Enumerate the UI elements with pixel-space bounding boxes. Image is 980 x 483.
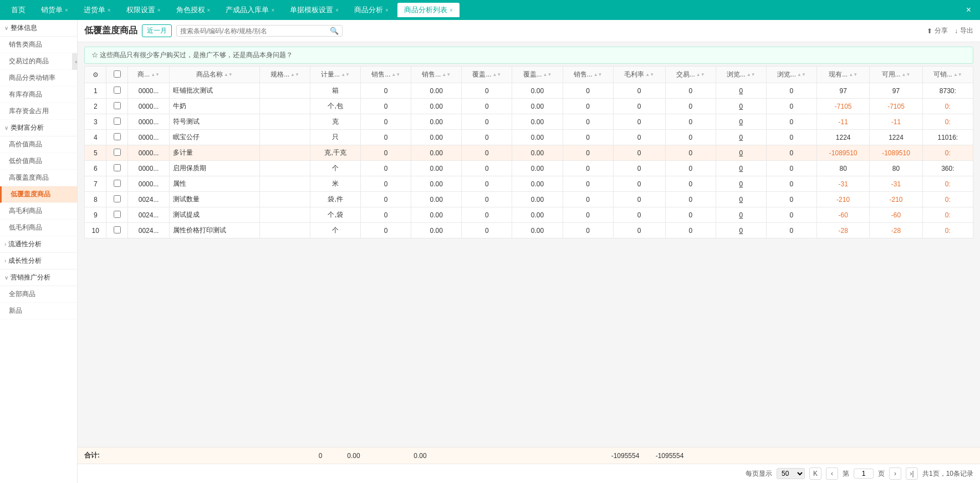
- browse1-column-header[interactable]: 浏览...▲▼: [716, 67, 766, 83]
- row-select-checkbox[interactable]: [114, 211, 121, 218]
- cover1-column-header[interactable]: 覆盖...▲▼: [462, 67, 512, 83]
- sidebar-item-low-coverage[interactable]: 低覆盖度商品: [0, 186, 77, 203]
- nav-tab-finished-goods[interactable]: 产成品入库单 ×: [219, 3, 281, 17]
- nav-tab-home[interactable]: 首页: [4, 3, 32, 17]
- row-name[interactable]: 测试提成: [169, 207, 259, 223]
- sidebar-item-traded-goods[interactable]: 交易过的商品: [0, 53, 77, 70]
- row-select-checkbox[interactable]: [114, 118, 121, 125]
- row-checkbox[interactable]: [106, 130, 128, 145]
- row-checkbox[interactable]: [106, 207, 128, 223]
- close-icon[interactable]: ×: [207, 7, 211, 13]
- row-select-checkbox[interactable]: [114, 102, 121, 109]
- row-checkbox[interactable]: [106, 223, 128, 238]
- checkbox-column-header[interactable]: [106, 67, 128, 83]
- sidebar-section-wealth[interactable]: ∨ 类财富分析: [0, 120, 77, 136]
- row-name[interactable]: 眠宝公仔: [169, 130, 259, 145]
- close-icon[interactable]: ×: [450, 7, 453, 13]
- close-icon[interactable]: ×: [65, 7, 68, 13]
- sales3-column-header[interactable]: 销售...▲▼: [563, 67, 613, 83]
- row-browse1[interactable]: 0: [716, 161, 766, 176]
- row-select-checkbox[interactable]: [114, 87, 121, 94]
- search-icon[interactable]: 🔍: [330, 27, 339, 35]
- gross-margin-column-header[interactable]: 毛利率▲▼: [613, 67, 665, 83]
- close-icon[interactable]: ×: [335, 7, 339, 13]
- share-button[interactable]: ⬆ 分享: [927, 26, 948, 35]
- sidebar-item-low-value[interactable]: 低价值商品: [0, 153, 77, 170]
- nav-tab-purchase[interactable]: 进货单 ×: [77, 3, 118, 17]
- row-name[interactable]: 符号测试: [169, 114, 259, 130]
- row-checkbox[interactable]: [106, 176, 128, 192]
- sidebar-item-in-stock-goods[interactable]: 有库存商品: [0, 87, 77, 103]
- window-close-button[interactable]: ×: [962, 5, 976, 15]
- row-browse1[interactable]: 0: [716, 207, 766, 223]
- browse2-column-header[interactable]: 浏览...▲▼: [766, 67, 816, 83]
- sidebar-item-high-margin[interactable]: 高毛利商品: [0, 203, 77, 220]
- row-select-checkbox[interactable]: [114, 149, 121, 156]
- sidebar-section-overall[interactable]: ∨ 整体信息: [0, 20, 77, 37]
- close-icon[interactable]: ×: [271, 7, 274, 13]
- current-stock-column-header[interactable]: 现有...▲▼: [816, 67, 869, 83]
- nav-tab-template[interactable]: 单据模板设置 ×: [283, 3, 345, 17]
- nav-tab-sales[interactable]: 销货单 ×: [34, 3, 75, 17]
- close-icon[interactable]: ×: [108, 7, 111, 13]
- row-select-checkbox[interactable]: [114, 180, 121, 187]
- row-checkbox[interactable]: [106, 145, 128, 161]
- spec-column-header[interactable]: 规格...▲▼: [259, 67, 310, 83]
- sidebar-item-inventory-capital[interactable]: 库存资金占用: [0, 103, 77, 120]
- sidebar-section-growth[interactable]: › 成长性分析: [0, 253, 77, 270]
- row-name[interactable]: 旺铺批次测试: [169, 83, 259, 99]
- row-checkbox[interactable]: [106, 161, 128, 176]
- nav-tab-product-analysis-list[interactable]: 商品分析列表 ×: [397, 3, 460, 17]
- nav-tab-permissions[interactable]: 权限设置 ×: [120, 3, 167, 17]
- row-select-checkbox[interactable]: [114, 195, 121, 202]
- search-input[interactable]: [180, 27, 330, 35]
- first-page-button[interactable]: K: [809, 467, 821, 480]
- page-number-input[interactable]: [854, 469, 874, 479]
- row-browse1[interactable]: 0: [716, 99, 766, 114]
- row-checkbox[interactable]: [106, 114, 128, 130]
- nav-tab-product-analysis[interactable]: 商品分析 ×: [348, 3, 395, 17]
- sidebar-item-sales-goods[interactable]: 销售类商品: [0, 37, 77, 53]
- row-browse1[interactable]: 0: [716, 192, 766, 207]
- sidebar-item-category-rate[interactable]: 商品分类动销率: [0, 70, 77, 87]
- row-browse1[interactable]: 0: [716, 145, 766, 161]
- sales-amt-column-header[interactable]: 销售...▲▼: [411, 67, 462, 83]
- row-name[interactable]: 属性: [169, 176, 259, 192]
- row-checkbox[interactable]: [106, 83, 128, 99]
- sidebar-item-new-goods[interactable]: 新品: [0, 303, 77, 319]
- name-column-header[interactable]: 商品名称▲▼: [169, 67, 259, 83]
- row-browse1[interactable]: 0: [716, 130, 766, 145]
- close-icon[interactable]: ×: [157, 7, 161, 13]
- trade-column-header[interactable]: 交易...▲▼: [665, 67, 716, 83]
- row-checkbox[interactable]: [106, 192, 128, 207]
- row-select-checkbox[interactable]: [114, 133, 121, 140]
- code-column-header[interactable]: 商...▲▼: [128, 67, 169, 83]
- sidebar-item-high-value[interactable]: 高价值商品: [0, 136, 77, 153]
- sidebar-item-low-margin[interactable]: 低毛利商品: [0, 220, 77, 236]
- row-name[interactable]: 牛奶: [169, 99, 259, 114]
- row-browse1[interactable]: 0: [716, 83, 766, 99]
- close-icon[interactable]: ×: [385, 7, 389, 13]
- sellable-column-header[interactable]: 可销...▲▼: [922, 67, 973, 83]
- row-checkbox[interactable]: [106, 99, 128, 114]
- export-button[interactable]: ↓ 导出: [955, 26, 973, 35]
- row-select-checkbox[interactable]: [114, 164, 121, 171]
- last-page-button[interactable]: ›|: [906, 467, 918, 480]
- page-size-select[interactable]: 50 20 100: [777, 468, 805, 479]
- row-name[interactable]: 属性价格打印测试: [169, 223, 259, 238]
- select-all-checkbox[interactable]: [114, 70, 121, 78]
- sidebar-collapse-button[interactable]: «: [72, 53, 78, 70]
- prev-page-button[interactable]: ‹: [826, 467, 838, 480]
- period-button[interactable]: 近一月: [142, 24, 172, 37]
- row-name[interactable]: 测试数量: [169, 192, 259, 207]
- row-browse1[interactable]: 0: [716, 223, 766, 238]
- cover2-column-header[interactable]: 覆盖...▲▼: [512, 67, 563, 83]
- sidebar-section-marketing[interactable]: ∨ 营销推广分析: [0, 270, 77, 286]
- next-page-button[interactable]: ›: [889, 467, 901, 480]
- sidebar-item-high-coverage[interactable]: 高覆盖度商品: [0, 170, 77, 186]
- row-name[interactable]: 启用保质期: [169, 161, 259, 176]
- row-browse1[interactable]: 0: [716, 114, 766, 130]
- settings-column-header[interactable]: ⚙: [85, 67, 106, 83]
- sidebar-section-liquidity[interactable]: › 流通性分析: [0, 236, 77, 253]
- row-browse1[interactable]: 0: [716, 176, 766, 192]
